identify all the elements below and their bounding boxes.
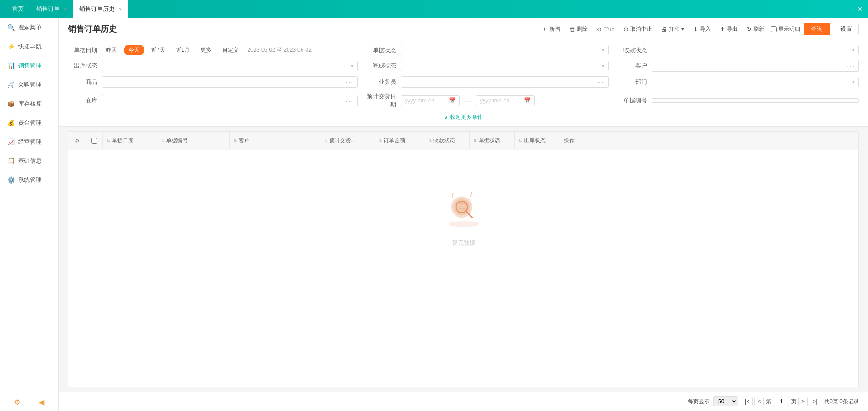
- import-button[interactable]: ⬇ 导入: [691, 24, 714, 34]
- bill-num-input[interactable]: [652, 98, 859, 103]
- th-amount[interactable]: ⇅ 订单金额: [374, 132, 424, 149]
- th-bill-status[interactable]: ⇅ 单据状态: [470, 132, 515, 149]
- product-dots-icon: ···: [345, 78, 354, 86]
- sort-bill-icon: ⇅: [473, 138, 477, 143]
- tab-sales-order-close[interactable]: ×: [64, 6, 67, 12]
- sidebar-item-sales-mgmt[interactable]: 📊 销售管理: [0, 56, 58, 75]
- page-input[interactable]: [773, 397, 789, 406]
- out-status-select[interactable]: ▾: [102, 61, 358, 71]
- sidebar-item-base-info[interactable]: 📋 基础信息: [0, 151, 58, 170]
- last-page-button[interactable]: >|: [810, 397, 820, 406]
- customer-input[interactable]: ···: [652, 60, 859, 72]
- product-input[interactable]: ···: [102, 76, 358, 88]
- sort-delivery-icon: ⇅: [324, 138, 327, 143]
- query-button[interactable]: 查询: [804, 23, 830, 35]
- tab-home[interactable]: 首页: [5, 0, 30, 18]
- date-btn-yesterday[interactable]: 昨天: [102, 45, 121, 55]
- content: 销售订单历史 ＋ 新增 🗑 删除 ⊘ 中止 ⊙ 取消中止: [59, 18, 868, 411]
- sidebar-item-sys-mgmt[interactable]: ⚙️ 系统管理: [0, 170, 58, 189]
- sidebar-item-quick-nav[interactable]: ⚡ 快捷导航: [0, 37, 58, 56]
- base-info-icon: 📋: [7, 157, 14, 164]
- delivery-date-from[interactable]: yyyy-mm-dd 📅: [401, 95, 460, 106]
- th-warehouse-status[interactable]: ⇅ 出库状态: [515, 132, 560, 149]
- product-label: 商品: [68, 78, 102, 86]
- calendar-from-icon: 📅: [449, 97, 456, 104]
- pay-status-label: 收款状态: [618, 46, 652, 54]
- th-check[interactable]: [86, 133, 103, 148]
- date-range-value: 2023-06-02 至 2023-06-02: [247, 46, 311, 54]
- sidebar-item-finance[interactable]: 💰 资金管理: [0, 113, 58, 132]
- display-toggle-checkbox[interactable]: [771, 26, 777, 32]
- sidebar-item-inventory-label: 库存核算: [18, 100, 42, 108]
- import-label: 导入: [700, 25, 711, 33]
- filter-row-1: 单据日期 昨天 今天 近7天 近1月 更多 自定义 2023-06-02 至 2…: [68, 45, 859, 55]
- th-customer[interactable]: ⇅ 客户: [230, 132, 320, 149]
- date-btn-more[interactable]: 更多: [197, 45, 216, 55]
- table-area: ⚙ ⇅ 单据日期 ⇅ 单据编号 ⇅ 客户 ⇅: [68, 131, 859, 387]
- delivery-date-label: 预计交货日期: [367, 92, 401, 109]
- warehouse-input[interactable]: ···: [102, 95, 358, 106]
- sidebar-item-purchase-mgmt[interactable]: 🛒 采购管理: [0, 75, 58, 94]
- tab-sales-history[interactable]: 销售订单历史 ×: [73, 0, 128, 18]
- th-pay-status[interactable]: ⇅ 收款状态: [424, 132, 470, 149]
- pay-status-chevron: ▾: [852, 47, 855, 53]
- tab-sales-order[interactable]: 销售订单 ×: [30, 0, 73, 18]
- prev-page-button[interactable]: <: [754, 397, 764, 406]
- date-btn-custom[interactable]: 自定义: [218, 45, 243, 55]
- pay-status-select[interactable]: ▾: [652, 45, 859, 55]
- salesperson-label: 业务员: [367, 78, 401, 86]
- bill-status-select[interactable]: ▾: [401, 45, 608, 55]
- tab-sales-history-label: 销售订单历史: [79, 5, 115, 13]
- delete-button[interactable]: 🗑 删除: [566, 24, 590, 34]
- filter-cell-customer: 客户 ···: [609, 60, 859, 72]
- refresh-button[interactable]: ↻ 刷新: [744, 24, 767, 34]
- date-btn-7days[interactable]: 近7天: [147, 45, 169, 55]
- display-toggle[interactable]: 显示明细: [771, 25, 800, 33]
- svg-point-0: [448, 221, 479, 227]
- date-btn-today[interactable]: 今天: [124, 45, 144, 55]
- collapse-row[interactable]: ∧ 收起更多条件: [68, 113, 859, 121]
- sidebar-item-inventory[interactable]: 📦 库存核算: [0, 94, 58, 113]
- th-amount-label: 订单金额: [384, 137, 405, 145]
- setting-button[interactable]: 设置: [834, 23, 859, 35]
- print-label: 打印: [669, 25, 680, 33]
- new-button[interactable]: ＋ 新增: [539, 24, 563, 34]
- th-date-label: 单据日期: [112, 137, 134, 145]
- top-bar: 首页 销售订单 × 销售订单历史 × ×: [0, 0, 868, 18]
- calendar-to-icon: 📅: [524, 97, 531, 104]
- cancel-stop-button[interactable]: ⊙ 取消中止: [621, 24, 655, 34]
- window-close-button[interactable]: ×: [858, 5, 863, 14]
- th-delivery[interactable]: ⇅ 预计交货...: [320, 132, 374, 149]
- out-status-label: 出库状态: [68, 62, 102, 70]
- total-info: 共0页,0条记录: [824, 398, 859, 406]
- refresh-label: 刷新: [753, 25, 764, 33]
- delivery-date-from-placeholder: yyyy-mm-dd: [405, 97, 434, 104]
- th-num[interactable]: ⇅ 单据编号: [157, 132, 230, 149]
- salesperson-input[interactable]: ···: [401, 76, 608, 88]
- date-btn-1month[interactable]: 近1月: [172, 45, 194, 55]
- select-all-checkbox[interactable]: [91, 138, 97, 144]
- sidebar-item-ops-mgmt[interactable]: 📈 经营管理: [0, 132, 58, 151]
- tab-sales-history-close[interactable]: ×: [119, 6, 121, 12]
- export-button[interactable]: ⬆ 导出: [717, 24, 740, 34]
- collapse-label: 收起更多条件: [450, 113, 483, 121]
- page-size-select[interactable]: 50 10 20 100: [713, 396, 738, 406]
- th-date[interactable]: ⇅ 单据日期: [103, 132, 157, 149]
- filter-cell-warehouse: 仓库 ···: [68, 95, 358, 106]
- department-select[interactable]: ▾: [652, 77, 859, 87]
- complete-status-select[interactable]: ▾: [401, 61, 608, 71]
- stop-button[interactable]: ⊘ 中止: [594, 24, 617, 34]
- delete-icon: 🗑: [569, 26, 575, 33]
- empty-state: 暂无数据: [68, 150, 858, 283]
- inventory-icon: 📦: [7, 100, 14, 107]
- collapse-icon[interactable]: ◀: [39, 398, 44, 406]
- delivery-date-to[interactable]: yyyy-mm-dd 📅: [476, 95, 535, 106]
- filter-cell-date: 单据日期 昨天 今天 近7天 近1月 更多 自定义 2023-06-02 至 2…: [68, 45, 358, 55]
- first-page-button[interactable]: |<: [742, 397, 753, 406]
- th-gear[interactable]: ⚙: [68, 133, 86, 149]
- next-page-button[interactable]: >: [798, 397, 808, 406]
- table-header: ⚙ ⇅ 单据日期 ⇅ 单据编号 ⇅ 客户 ⇅: [68, 132, 858, 150]
- settings-bottom-icon[interactable]: ⚙: [14, 398, 20, 406]
- sidebar-item-search-menu[interactable]: 🔍 搜索菜单: [0, 18, 58, 37]
- print-button[interactable]: 🖨 打印 ▾: [658, 24, 687, 34]
